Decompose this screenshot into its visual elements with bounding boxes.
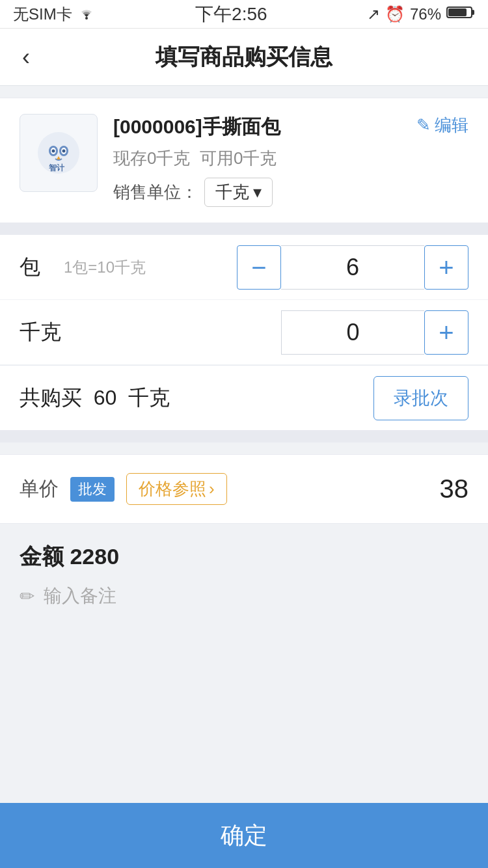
bag-plus-button[interactable]: + bbox=[424, 245, 468, 290]
svg-point-9 bbox=[52, 150, 55, 153]
price-value: 38 bbox=[440, 474, 469, 504]
summary-row: 共购买 60 千克 录批次 bbox=[0, 366, 488, 431]
kg-quantity-row: 千克 + bbox=[0, 300, 488, 365]
bag-qty-input[interactable] bbox=[281, 245, 424, 290]
pencil-icon: ✏ bbox=[20, 586, 34, 607]
svg-point-10 bbox=[62, 150, 66, 153]
page-title: 填写商品购买信息 bbox=[156, 42, 332, 72]
alarm-icon: ⏰ bbox=[385, 5, 405, 23]
battery-icon bbox=[446, 5, 475, 23]
product-info: [0000006]手撕面包 现存0千克 可用0千克 销售单位： 千克 ▾ bbox=[113, 114, 468, 207]
nav-bar: ‹ 填写商品购买信息 bbox=[0, 29, 488, 86]
amount-section: 金额 2280 ✏ 输入备注 bbox=[0, 524, 488, 620]
product-name: [0000006]手撕面包 bbox=[113, 114, 468, 141]
status-time: 下午2:56 bbox=[195, 2, 267, 27]
price-label: 单价 bbox=[20, 476, 59, 502]
kg-label: 千克 bbox=[20, 318, 85, 347]
confirm-button[interactable]: 确定 bbox=[0, 803, 488, 868]
product-card: 智计 [0000006]手撕面包 现存0千克 可用0千克 销售单位： 千克 ▾ … bbox=[0, 98, 488, 223]
edit-button[interactable]: ✎ 编辑 bbox=[416, 114, 468, 137]
status-left: 无SIM卡 bbox=[13, 4, 96, 25]
carrier-label: 无SIM卡 bbox=[13, 4, 72, 25]
record-batch-button[interactable]: 录批次 bbox=[373, 376, 468, 420]
price-section: 单价 批发 价格参照 › 38 bbox=[0, 454, 488, 524]
amount-row: 金额 2280 bbox=[20, 542, 468, 572]
edit-icon: ✎ bbox=[416, 115, 431, 135]
status-bar: 无SIM卡 下午2:56 ↗ ⏰ 76% bbox=[0, 0, 488, 29]
bag-qty-controls: − + bbox=[237, 245, 468, 290]
product-thumbnail: 智计 bbox=[20, 114, 98, 192]
bag-quantity-row: 包 1包=10千克 − + bbox=[0, 235, 488, 300]
confirm-label: 确定 bbox=[221, 820, 267, 852]
bag-label: 包 bbox=[20, 253, 59, 282]
status-right: ↗ ⏰ 76% bbox=[367, 5, 475, 23]
product-stock: 现存0千克 可用0千克 bbox=[113, 147, 468, 170]
quantity-section: 包 1包=10千克 − + 千克 + bbox=[0, 235, 488, 366]
product-unit: 销售单位： 千克 ▾ bbox=[113, 178, 468, 207]
bag-hint: 1包=10千克 bbox=[59, 257, 237, 278]
svg-text:智计: 智计 bbox=[48, 163, 65, 172]
summary-text: 共购买 60 千克 bbox=[20, 384, 170, 413]
note-placeholder: 输入备注 bbox=[44, 584, 116, 608]
price-type-badge: 批发 bbox=[70, 477, 115, 502]
chevron-right-icon: › bbox=[209, 479, 215, 499]
location-icon: ↗ bbox=[367, 5, 380, 23]
kg-qty-controls: + bbox=[281, 310, 468, 355]
battery-label: 76% bbox=[410, 5, 441, 23]
section-divider-1 bbox=[0, 223, 488, 235]
svg-rect-3 bbox=[448, 8, 467, 16]
bag-minus-button[interactable]: − bbox=[237, 245, 281, 290]
svg-rect-2 bbox=[472, 10, 474, 15]
price-reference-button[interactable]: 价格参照 › bbox=[126, 473, 227, 505]
svg-point-0 bbox=[85, 17, 88, 20]
note-row[interactable]: ✏ 输入备注 bbox=[20, 584, 468, 608]
unit-selector[interactable]: 千克 ▾ bbox=[204, 178, 273, 207]
wifi-icon bbox=[77, 5, 96, 23]
chevron-down-icon: ▾ bbox=[253, 182, 262, 202]
kg-qty-input[interactable] bbox=[281, 310, 424, 355]
section-divider-2 bbox=[0, 431, 488, 442]
back-button[interactable]: ‹ bbox=[16, 37, 36, 77]
kg-plus-button[interactable]: + bbox=[424, 310, 468, 355]
